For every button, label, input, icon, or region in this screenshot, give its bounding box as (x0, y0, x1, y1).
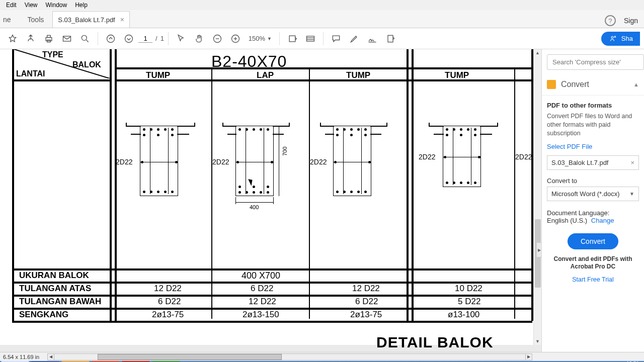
doc-lang-label: Document Language: (547, 209, 639, 217)
svg-point-4 (82, 35, 87, 40)
zoom-out-icon[interactable] (209, 30, 226, 47)
mail-icon[interactable] (58, 30, 75, 47)
tab-home[interactable]: ne (0, 12, 20, 28)
upload-icon[interactable] (22, 30, 39, 47)
tab-document[interactable]: S.03_Balok Lt.7.pdf × (52, 11, 130, 28)
sign-in-button[interactable]: Sign (622, 14, 640, 28)
svg-rect-13 (289, 36, 295, 42)
svg-rect-3 (63, 36, 71, 41)
rebar-label-3: 2D22 (419, 153, 435, 161)
page-display-icon[interactable] (302, 30, 319, 47)
detail-label: DETAIL BALOK (376, 334, 494, 351)
format-dropdown[interactable]: Microsoft Word (*.docx) ▼ (547, 187, 639, 201)
right-panel: Convert ▲ PDF to other formats Convert P… (541, 49, 644, 352)
zoom-value: 150% (249, 35, 265, 42)
row-sengkang: SENGKANG (19, 310, 68, 320)
hand-tool-icon[interactable] (191, 30, 208, 47)
hscroll-left-icon[interactable]: ◀ (47, 353, 54, 360)
find-icon[interactable] (76, 30, 94, 47)
svg-point-19 (611, 36, 613, 38)
tools-search-input[interactable] (547, 54, 644, 70)
hscroll-thumb[interactable] (98, 354, 282, 360)
convert-button[interactable]: Convert (568, 233, 618, 249)
dim-w: 400 (250, 204, 259, 210)
hscroll-right-icon[interactable]: ▶ (525, 353, 532, 360)
start-trial-link[interactable]: Start Free Trial (542, 273, 644, 286)
star-icon[interactable] (4, 30, 21, 47)
dim-h: 700 (282, 147, 288, 156)
select-tool-icon[interactable] (173, 30, 190, 47)
svg-rect-1 (47, 35, 51, 37)
page-down-icon[interactable] (120, 30, 137, 47)
sengk-2: 2ø13-75 (350, 310, 382, 320)
convert-title: Convert (561, 80, 628, 89)
svg-point-7 (125, 35, 133, 42)
page-up-icon[interactable] (102, 30, 119, 47)
selected-file-box[interactable]: S.03_Balok Lt.7.pdf × (547, 155, 639, 170)
toolbar: / 1 150% ▼ Sha (0, 28, 644, 49)
change-lang-link[interactable]: Change (591, 217, 614, 224)
bawah-0: 6 D22 (158, 297, 181, 307)
rebar-label-0: 2D22 (116, 158, 132, 166)
scroll-up-icon[interactable]: ▲ (534, 49, 541, 56)
format-value: Microsoft Word (*.docx) (551, 190, 620, 198)
promo-text: Convert and edit PDFs with Acrobat Pro D… (542, 253, 644, 273)
panel-collapse-handle[interactable]: ▶ (536, 242, 541, 257)
page-dimensions: 6.54 x 11.69 in (0, 354, 42, 360)
menu-help[interactable]: Help (71, 1, 92, 10)
select-file-link[interactable]: Select PDF File (547, 143, 639, 150)
svg-rect-18 (388, 35, 393, 42)
sign-icon[interactable] (364, 30, 381, 47)
zoom-in-icon[interactable] (227, 30, 244, 47)
svg-point-20 (614, 36, 616, 37)
menu-bar: Edit View Window Help (0, 0, 644, 10)
svg-point-6 (107, 35, 115, 42)
print-icon[interactable] (40, 30, 57, 47)
help-icon[interactable]: ? (605, 15, 616, 26)
page-total: 1 (160, 35, 164, 42)
horizontal-scrollbar[interactable]: ◀ ▶ (47, 353, 532, 360)
beam-section-3: 2D22 2D22 (419, 123, 519, 213)
stamp-icon[interactable] (382, 30, 399, 47)
page-current-input[interactable] (138, 35, 152, 43)
selected-file-name: S.03_Balok Lt.7.pdf (551, 159, 608, 166)
highlight-icon[interactable] (346, 30, 363, 47)
chevron-up-icon: ▲ (633, 81, 639, 87)
sengk-3: ø13-100 (448, 310, 479, 320)
beam-section-1: 2D22 700 400 (213, 123, 309, 223)
main-area: B2-40X70 TYPE BALOK LANTAI TUMP LAP TUMP… (0, 49, 644, 352)
convert-icon (547, 80, 556, 89)
fit-width-icon[interactable] (284, 30, 301, 47)
pdf-page: B2-40X70 TYPE BALOK LANTAI TUMP LAP TUMP… (0, 49, 533, 345)
pdf-other-heading: PDF to other formats (547, 102, 639, 109)
zoom-dropdown[interactable]: 150% ▼ (245, 33, 275, 44)
convert-section-header[interactable]: Convert ▲ (542, 75, 644, 96)
atas-0: 12 D22 (154, 284, 182, 294)
tab-tools[interactable]: Tools (20, 12, 53, 28)
page-sep: / (155, 35, 157, 42)
menu-view[interactable]: View (21, 1, 42, 10)
menu-window[interactable]: Window (41, 1, 71, 10)
vertical-scrollbar[interactable]: ▲ ▼ (533, 49, 541, 345)
scroll-down-icon[interactable]: ▼ (534, 338, 541, 345)
chevron-down-icon: ▼ (629, 191, 634, 197)
close-tab-icon[interactable]: × (120, 16, 124, 24)
atas-3: 10 D22 (455, 284, 482, 294)
menu-edit[interactable]: Edit (2, 1, 21, 10)
status-bar: 6.54 x 11.69 in ◀ ▶ (0, 352, 644, 361)
ukuran-val: 400 X700 (242, 270, 280, 281)
document-viewport[interactable]: B2-40X70 TYPE BALOK LANTAI TUMP LAP TUMP… (0, 49, 541, 352)
tab-document-label: S.03_Balok Lt.7.pdf (58, 16, 115, 24)
tab-bar: ne Tools S.03_Balok Lt.7.pdf × ? Sign (0, 10, 644, 28)
sengk-0: 2ø13-75 (152, 310, 184, 320)
remove-file-icon[interactable]: × (630, 159, 634, 166)
rebar-label-4: 2D22 (515, 153, 532, 161)
row-ukuran: UKURAN BALOK (19, 270, 89, 281)
comment-icon[interactable] (328, 30, 345, 47)
atas-2: 12 D22 (352, 284, 380, 294)
sengk-1: 2ø13-150 (243, 310, 279, 320)
share-button[interactable]: Sha (601, 32, 640, 46)
bawah-3: 5 D22 (458, 297, 480, 307)
row-bawah: TULANGAN BAWAH (19, 297, 101, 307)
pdf-other-desc: Convert PDF files to Word and other form… (547, 112, 639, 138)
